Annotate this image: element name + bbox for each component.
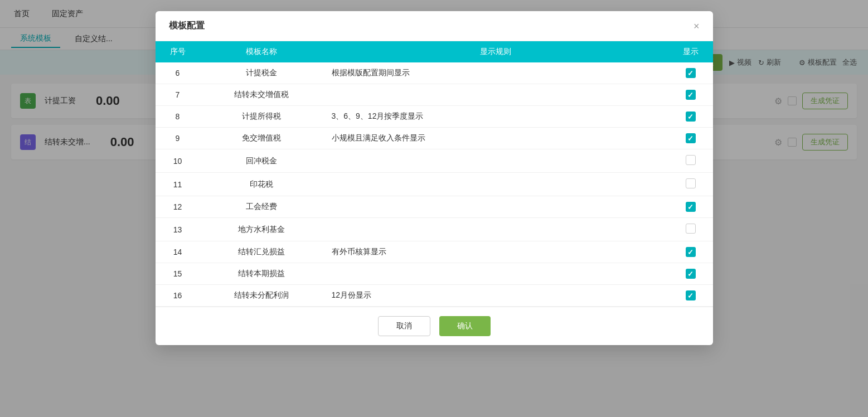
cell-name: 结转未分配利润 (200, 285, 323, 307)
checkbox-row-10[interactable] (686, 155, 696, 165)
cell-rule (323, 263, 668, 285)
cell-checkbox (668, 149, 713, 173)
modal-title: 模板配置 (169, 20, 205, 32)
cell-checkbox (668, 128, 713, 149)
table-row: 7结转未交增值税 (156, 84, 713, 106)
table-row: 15结转本期损益 (156, 263, 713, 285)
confirm-button[interactable]: 确认 (439, 316, 491, 336)
table-row: 14结转汇兑损益有外币核算显示 (156, 241, 713, 263)
cell-checkbox (668, 196, 713, 218)
cell-id: 10 (156, 149, 200, 173)
cancel-button[interactable]: 取消 (378, 316, 430, 336)
cell-id: 15 (156, 263, 200, 285)
cell-rule (323, 218, 668, 241)
cell-id: 7 (156, 84, 200, 106)
checkbox-row-7[interactable] (686, 90, 696, 100)
cell-id: 16 (156, 285, 200, 307)
cell-id: 13 (156, 218, 200, 241)
checkbox-row-14[interactable] (686, 247, 696, 257)
table-row: 9免交增值税小规模且满足收入条件显示 (156, 128, 713, 149)
cell-checkbox (668, 106, 713, 128)
cell-checkbox (668, 218, 713, 241)
cell-id: 14 (156, 241, 200, 263)
modal-body: 序号 模板名称 显示规则 显示 6计提税金根据模版配置期间显示7结转未交增值税8… (156, 41, 713, 307)
cell-id: 9 (156, 128, 200, 149)
table-body: 6计提税金根据模版配置期间显示7结转未交增值税8计提所得税3、6、9、12月按季… (156, 62, 713, 307)
cell-rule: 根据模版配置期间显示 (323, 62, 668, 84)
cell-name: 计提税金 (200, 62, 323, 84)
col-header-name: 模板名称 (200, 41, 323, 62)
cell-rule (323, 173, 668, 196)
cell-rule (323, 196, 668, 218)
modal-header: 模板配置 × (156, 11, 713, 41)
cell-name: 工会经费 (200, 196, 323, 218)
cell-rule (323, 149, 668, 173)
cell-checkbox (668, 62, 713, 84)
cell-name: 结转未交增值税 (200, 84, 323, 106)
table-row: 12工会经费 (156, 196, 713, 218)
cell-rule: 12月份显示 (323, 285, 668, 307)
modal-overlay: 模板配置 × 序号 模板名称 显示规则 显示 6计提税金根据模版配置期间显示7结… (0, 0, 868, 417)
modal-close-button[interactable]: × (694, 21, 700, 31)
cell-rule (323, 84, 668, 106)
cell-checkbox (668, 173, 713, 196)
col-header-show: 显示 (668, 41, 713, 62)
cell-name: 地方水利基金 (200, 218, 323, 241)
table-row: 13地方水利基金 (156, 218, 713, 241)
table-row: 6计提税金根据模版配置期间显示 (156, 62, 713, 84)
checkbox-row-8[interactable] (686, 111, 696, 122)
col-header-id: 序号 (156, 41, 200, 62)
checkbox-row-16[interactable] (686, 290, 696, 300)
cell-rule: 有外币核算显示 (323, 241, 668, 263)
checkbox-row-9[interactable] (686, 133, 696, 143)
cell-checkbox (668, 263, 713, 285)
table-header: 序号 模板名称 显示规则 显示 (156, 41, 713, 62)
table-row: 8计提所得税3、6、9、12月按季度显示 (156, 106, 713, 128)
cell-checkbox (668, 241, 713, 263)
cell-name: 印花税 (200, 173, 323, 196)
table-row: 16结转未分配利润12月份显示 (156, 285, 713, 307)
cell-name: 结转本期损益 (200, 263, 323, 285)
config-table: 序号 模板名称 显示规则 显示 6计提税金根据模版配置期间显示7结转未交增值税8… (156, 41, 713, 307)
col-header-rule: 显示规则 (323, 41, 668, 62)
cell-id: 12 (156, 196, 200, 218)
table-row: 10回冲税金 (156, 149, 713, 173)
cell-name: 回冲税金 (200, 149, 323, 173)
checkbox-row-11[interactable] (686, 178, 696, 188)
checkbox-row-13[interactable] (686, 224, 696, 234)
checkbox-row-6[interactable] (686, 68, 696, 78)
modal-footer: 取消 确认 (156, 307, 713, 345)
table-row: 11印花税 (156, 173, 713, 196)
cell-id: 11 (156, 173, 200, 196)
cell-checkbox (668, 285, 713, 307)
cell-id: 8 (156, 106, 200, 128)
cell-name: 计提所得税 (200, 106, 323, 128)
modal-template-config: 模板配置 × 序号 模板名称 显示规则 显示 6计提税金根据模版配置期间显示7结… (156, 11, 713, 345)
checkbox-row-12[interactable] (686, 202, 696, 212)
cell-rule: 3、6、9、12月按季度显示 (323, 106, 668, 128)
cell-rule: 小规模且满足收入条件显示 (323, 128, 668, 149)
cell-name: 免交增值税 (200, 128, 323, 149)
checkbox-row-15[interactable] (686, 269, 696, 279)
cell-name: 结转汇兑损益 (200, 241, 323, 263)
cell-id: 6 (156, 62, 200, 84)
cell-checkbox (668, 84, 713, 106)
